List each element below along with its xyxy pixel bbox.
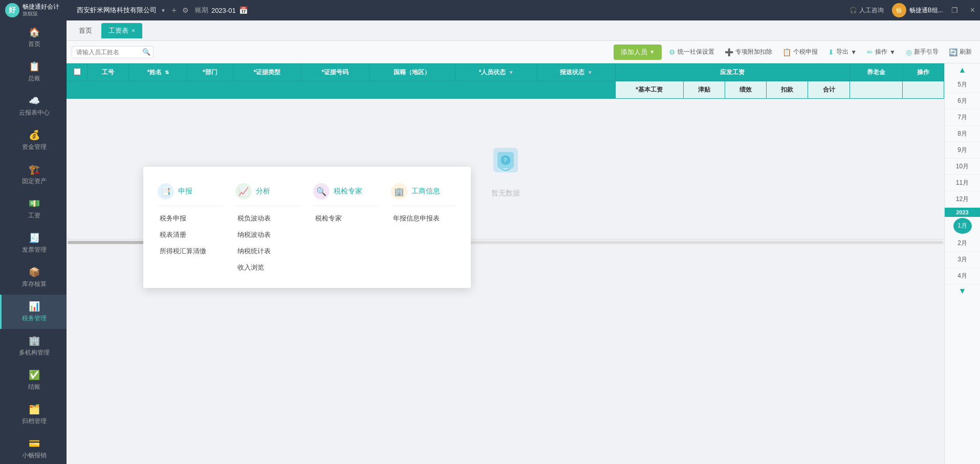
sidebar-item-invoice[interactable]: 🧾 发票管理 xyxy=(0,226,67,260)
social-security-icon: ⚙ xyxy=(669,48,676,56)
close-button[interactable]: × xyxy=(970,6,975,15)
add-person-button[interactable]: 添加人员 ▼ xyxy=(614,45,662,60)
menu-item-tax-stat[interactable]: 纳税统计表 xyxy=(235,243,301,259)
menu-item-tax-declaration[interactable]: 税务申报 xyxy=(158,210,223,227)
personal-tax-action[interactable]: 📋 个税申报 xyxy=(779,46,821,58)
top-header: 好 畅捷通好会计 旗舰版 西安虾米网络科技有限公司 ▼ ＋ ⚙ 账期 2023-… xyxy=(0,0,980,20)
menu-item-tax-expert[interactable]: 税检专家 xyxy=(313,210,379,227)
add-company-icon[interactable]: ＋ xyxy=(170,5,178,16)
name-sort-icon: ⇅ xyxy=(165,70,169,75)
service-button[interactable]: 🎧 人工咨询 xyxy=(850,6,884,15)
panel-up-button[interactable]: ▲ xyxy=(945,63,980,77)
export-label: 导出 xyxy=(836,48,848,56)
month-item-5[interactable]: 5月 xyxy=(945,77,980,93)
cloud-icon: ☁️ xyxy=(29,95,40,106)
year-badge-2023: 2023 xyxy=(945,208,980,217)
sidebar-label-multi-org: 多机构管理 xyxy=(19,348,50,357)
sidebar-item-home[interactable]: 🏠 首页 xyxy=(0,20,67,55)
business-info-title: 工商信息 xyxy=(411,187,440,196)
sidebar-item-tax[interactable]: 📊 税务管理 xyxy=(0,295,67,329)
sidebar-item-fixed-assets[interactable]: 🏗️ 固定资产 xyxy=(0,158,67,192)
th-name-label: *姓名 xyxy=(147,69,162,76)
th-id: 工号 xyxy=(88,64,129,81)
fixed-assets-icon: 🏗️ xyxy=(29,164,40,175)
sidebar-item-inventory[interactable]: 📦 库存核算 xyxy=(0,260,67,295)
calendar-icon[interactable]: 📅 xyxy=(239,6,248,14)
tax-icon: 📊 xyxy=(29,301,40,312)
th-report-status: 报送状态 ▼ xyxy=(537,64,615,81)
month-item-4[interactable]: 4月 xyxy=(945,268,980,284)
toolbar: 🔍 添加人员 ▼ ⚙ 统一社保设置 ➕ 专项附加扣除 📋 个税申报 ⬇ 导出 xyxy=(67,41,980,63)
analysis-icon: 📈 xyxy=(235,183,252,200)
tab-home[interactable]: 首页 xyxy=(72,23,99,38)
tab-salary[interactable]: 工资表 × xyxy=(101,23,142,38)
sidebar-label-ledger: 总账 xyxy=(28,74,40,83)
month-item-6[interactable]: 6月 xyxy=(945,93,980,109)
operation-dropdown-icon: ▼ xyxy=(889,49,896,56)
user-area: 畅 畅捷通B组... xyxy=(892,3,943,17)
menu-section-tax-expert: 🔍 税检专家 税检专家 xyxy=(307,175,385,280)
sidebar-label-salary: 工资 xyxy=(28,211,40,220)
business-info-icon: 🏢 xyxy=(391,183,407,200)
select-all-checkbox[interactable] xyxy=(74,68,81,75)
table-sub-header-row: *基本工资 津贴 绩效 扣款 合计 xyxy=(67,81,944,99)
month-item-10[interactable]: 10月 xyxy=(945,159,980,175)
th-base-salary: *基本工资 xyxy=(615,81,683,99)
menu-item-income-settlement[interactable]: 所得税汇算清缴 xyxy=(158,243,223,259)
month-item-2[interactable]: 2月 xyxy=(945,235,980,252)
tab-salary-label: 工资表 xyxy=(108,26,128,35)
sidebar-item-fund[interactable]: 💰 资金管理 xyxy=(0,123,67,158)
special-deduction-action[interactable]: ➕ 专项附加扣除 xyxy=(722,46,775,58)
th-pension-sub xyxy=(850,81,902,99)
sidebar-item-archive[interactable]: 🗂️ 归档管理 xyxy=(0,397,67,432)
menu-item-tax-table[interactable]: 税表清册 xyxy=(158,227,223,243)
month-item-7[interactable]: 7月 xyxy=(945,109,980,126)
analysis-header: 📈 分析 xyxy=(235,179,301,206)
panel-down-button[interactable]: ▼ xyxy=(945,284,980,298)
tab-close-icon[interactable]: × xyxy=(132,27,135,34)
search-icon[interactable]: 🔍 xyxy=(142,48,150,56)
refresh-action[interactable]: 🔄 刷新 xyxy=(946,46,975,58)
menu-item-annual-report[interactable]: 年报信息申报表 xyxy=(391,210,456,227)
operation-action[interactable]: ✏ 操作 ▼ xyxy=(864,46,899,58)
chevron-down-icon[interactable]: ▼ xyxy=(161,8,166,13)
month-item-8[interactable]: 8月 xyxy=(945,126,980,142)
sidebar-label-home: 首页 xyxy=(28,40,40,49)
company-name: 西安虾米网络科技有限公司 xyxy=(77,6,157,15)
tab-home-label: 首页 xyxy=(79,26,92,35)
sidebar-item-cloud-report[interactable]: ☁️ 云报表中心 xyxy=(0,89,67,123)
month-item-1[interactable]: 1月 xyxy=(953,218,972,234)
month-item-12[interactable]: 12月 xyxy=(945,191,980,208)
sidebar-item-xiaochang[interactable]: 💳 小畅报销 xyxy=(0,432,67,464)
restore-button[interactable]: ❐ xyxy=(951,6,958,14)
xiaochang-icon: 💳 xyxy=(29,438,40,449)
th-should-pay: 应发工资 xyxy=(615,64,850,81)
sidebar-item-multi-org[interactable]: 🏢 多机构管理 xyxy=(0,329,67,363)
th-dept: *部门 xyxy=(187,64,233,81)
menu-item-tax-payment[interactable]: 纳税波动表 xyxy=(235,227,301,243)
th-id-type: *证据类型 xyxy=(233,64,301,81)
new-guide-action[interactable]: ◎ 新手引导 xyxy=(903,46,942,58)
menu-section-analysis: 📈 分析 税负波动表 纳税波动表 纳税统计表 收入浏览 xyxy=(229,175,307,280)
report-filter-icon[interactable]: ▼ xyxy=(587,70,593,75)
menu-section-business-info: 🏢 工商信息 年报信息申报表 xyxy=(385,175,463,280)
search-input[interactable] xyxy=(72,46,154,58)
status-filter-icon[interactable]: ▼ xyxy=(509,70,514,75)
new-guide-action-icon: ◎ xyxy=(906,48,912,56)
sidebar-item-ledger[interactable]: 📋 总账 xyxy=(0,55,67,89)
menu-item-tax-burden[interactable]: 税负波动表 xyxy=(235,210,301,227)
social-security-action[interactable]: ⚙ 统一社保设置 xyxy=(666,46,717,58)
sidebar-label-archive: 归档管理 xyxy=(22,417,47,426)
sidebar-item-checkout[interactable]: ✅ 结账 xyxy=(0,363,67,397)
settings-icon[interactable]: ⚙ xyxy=(182,6,189,14)
th-name[interactable]: *姓名 ⇅ xyxy=(129,64,187,81)
month-item-9[interactable]: 9月 xyxy=(945,142,980,159)
month-item-11[interactable]: 11月 xyxy=(945,175,980,191)
menu-item-income-browse[interactable]: 收入浏览 xyxy=(235,259,301,276)
sidebar-item-salary[interactable]: 💵 工资 xyxy=(0,192,67,226)
export-action[interactable]: ⬇ 导出 ▼ xyxy=(825,46,860,58)
period-area: 账期 2023-01 📅 xyxy=(195,6,248,15)
month-item-3[interactable]: 3月 xyxy=(945,252,980,268)
header-right: 🎧 人工咨询 畅 畅捷通B组... ❐ × xyxy=(850,3,975,17)
sidebar: 🏠 首页 📋 总账 ☁️ 云报表中心 💰 资金管理 🏗️ 固定资产 💵 工资 🧾… xyxy=(0,20,67,464)
